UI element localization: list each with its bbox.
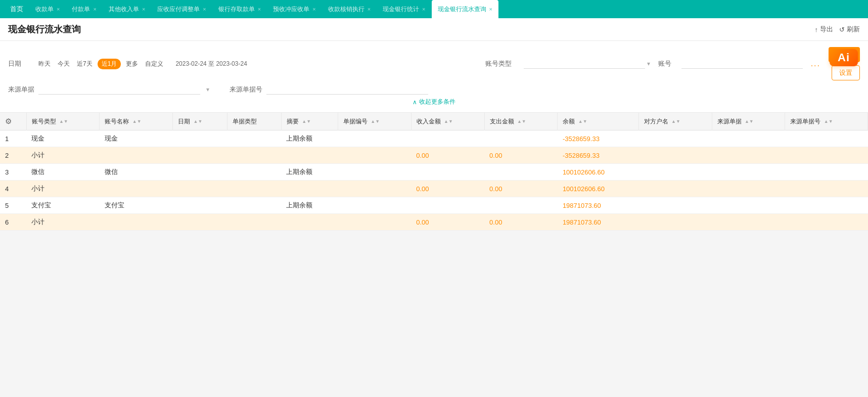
table-cell: 0.00 xyxy=(411,214,484,231)
table-cell: 100102606.60 xyxy=(558,164,638,181)
table-cell xyxy=(712,147,785,164)
sort-arrows-icon: ▲▼ xyxy=(745,119,754,124)
close-icon[interactable]: × xyxy=(203,6,206,12)
table-row[interactable]: 4小计0.000.00100102606.60 xyxy=(0,181,868,197)
tab-yinhangcunqu[interactable]: 银行存取款单 × xyxy=(212,0,267,18)
table-cell: 100102606.60 xyxy=(558,181,638,197)
tab-fukuan[interactable]: 付款单 × xyxy=(66,0,102,18)
source-doc-no-label: 来源单据号 xyxy=(230,85,262,94)
collapse-bar[interactable]: ∧ 收起更多条件 xyxy=(8,98,860,106)
source-doc-input[interactable] xyxy=(38,84,200,95)
page-title: 现金银行流水查询 xyxy=(8,23,81,35)
export-button[interactable]: ↑ 导出 xyxy=(815,25,834,34)
close-icon[interactable]: × xyxy=(258,6,261,12)
table-cell: 19871073.60 xyxy=(558,197,638,214)
data-table: ⚙ 账号类型 ▲▼ 账号名称 ▲▼ 日期 ▲▼ 单据类型 摘 xyxy=(0,113,868,231)
col-doc-type[interactable]: 单据类型 xyxy=(227,113,281,130)
col-expense[interactable]: 支出金额 ▲▼ xyxy=(484,113,558,130)
tab-yushou[interactable]: 预收冲应收单 × xyxy=(267,0,322,18)
close-icon[interactable]: × xyxy=(489,6,492,12)
table-cell xyxy=(227,130,281,147)
dropdown-arrow-icon[interactable]: ▾ xyxy=(647,60,650,67)
sort-arrows-icon: ▲▼ xyxy=(444,119,453,124)
close-icon[interactable]: × xyxy=(422,6,425,12)
table-cell xyxy=(785,181,868,197)
settings-button[interactable]: 设置 xyxy=(832,65,860,80)
col-source-doc[interactable]: 来源单据 ▲▼ xyxy=(712,113,785,130)
table-cell: 3 xyxy=(0,164,26,181)
tab-liushui[interactable]: 现金银行流水查询 × xyxy=(432,0,498,18)
col-account-name[interactable]: 账号名称 ▲▼ xyxy=(100,113,173,130)
account-type-label: 账号类型 xyxy=(485,59,516,68)
tab-shoukuan[interactable]: 收款单 × xyxy=(29,0,66,18)
home-tab[interactable]: 首页 xyxy=(4,0,29,18)
table-cell xyxy=(411,164,484,181)
table-row[interactable]: 1现金现金上期余额-3528659.33 xyxy=(0,130,868,147)
table-cell xyxy=(411,130,484,147)
source-doc-group: 来源单据 ▾ xyxy=(8,84,209,95)
table-cell xyxy=(785,164,868,181)
table-cell xyxy=(338,164,411,181)
account-type-select[interactable]: ▾ xyxy=(524,59,650,69)
col-income[interactable]: 收入金额 ▲▼ xyxy=(411,113,484,130)
col-account-type[interactable]: 账号类型 ▲▼ xyxy=(26,113,100,130)
table-row[interactable]: 6小计0.000.0019871073.60 xyxy=(0,214,868,231)
col-counterparty[interactable]: 对方户名 ▲▼ xyxy=(638,113,712,130)
filter-row-source: 来源单据 ▾ 来源单据号 xyxy=(8,84,860,95)
refresh-button[interactable]: ↺ 刷新 xyxy=(839,25,860,34)
table-cell xyxy=(411,197,484,214)
header-actions: ↑ 导出 ↺ 刷新 xyxy=(815,25,860,34)
col-date[interactable]: 日期 ▲▼ xyxy=(173,113,227,130)
date-opt-custom[interactable]: 自定义 xyxy=(143,59,165,69)
close-icon[interactable]: × xyxy=(368,6,371,12)
collapse-arrow-icon: ∧ xyxy=(413,99,417,106)
filter-area: 日期 昨天 今天 近7天 近1月 更多 自定义 2023-02-24 至 202… xyxy=(0,41,868,113)
close-icon[interactable]: × xyxy=(93,6,96,12)
tab-xianjintongji[interactable]: 现金银行统计 × xyxy=(377,0,431,18)
page-header: 现金银行流水查询 ↑ 导出 ↺ 刷新 xyxy=(0,18,868,41)
table-cell: 微信 xyxy=(26,164,100,181)
date-opt-1month[interactable]: 近1月 xyxy=(98,59,121,69)
table-cell xyxy=(785,214,868,231)
table-cell: 小计 xyxy=(26,214,100,231)
table-cell xyxy=(712,164,785,181)
account-input[interactable] xyxy=(681,59,803,69)
col-summary[interactable]: 摘要 ▲▼ xyxy=(281,113,338,130)
source-doc-no-input[interactable] xyxy=(266,84,428,95)
gear-icon[interactable]: ⚙ xyxy=(5,117,12,125)
date-opt-yesterday[interactable]: 昨天 xyxy=(36,59,53,69)
table-cell: 4 xyxy=(0,181,26,197)
table-row[interactable]: 3微信微信上期余额100102606.60 xyxy=(0,164,868,181)
tab-yingshouyingfu[interactable]: 应收应付调整单 × xyxy=(151,0,212,18)
table-cell xyxy=(484,164,558,181)
date-opt-7days[interactable]: 近7天 xyxy=(75,59,95,69)
tab-shoukuanxiaoxiao[interactable]: 收款核销执行 × xyxy=(322,0,377,18)
close-icon[interactable]: × xyxy=(312,6,315,12)
table-cell xyxy=(712,181,785,197)
col-source-doc-no[interactable]: 来源单据号 ▲▼ xyxy=(785,113,868,130)
table-row[interactable]: 2小计0.000.00-3528659.33 xyxy=(0,147,868,164)
col-doc-no[interactable]: 单据编号 ▲▼ xyxy=(338,113,411,130)
table-cell: 小计 xyxy=(26,181,100,197)
table-cell xyxy=(173,181,227,197)
table-cell xyxy=(638,197,712,214)
table-cell xyxy=(712,130,785,147)
col-gear[interactable]: ⚙ xyxy=(0,113,26,130)
close-icon[interactable]: × xyxy=(142,6,145,12)
date-opt-more[interactable]: 更多 xyxy=(124,59,140,69)
table-cell xyxy=(227,197,281,214)
close-icon[interactable]: × xyxy=(57,6,60,12)
sort-arrows-icon: ▲▼ xyxy=(578,119,587,124)
sort-arrows-icon: ▲▼ xyxy=(371,119,380,124)
date-opt-today[interactable]: 今天 xyxy=(56,59,72,69)
col-balance[interactable]: 余额 ▲▼ xyxy=(558,113,638,130)
account-more-button[interactable]: ... xyxy=(811,59,820,68)
tab-qitashouru[interactable]: 其他收入单 × xyxy=(103,0,151,18)
table-row[interactable]: 5支付宝支付宝上期余额19871073.60 xyxy=(0,197,868,214)
account-type-input[interactable] xyxy=(524,59,645,69)
export-icon: ↑ xyxy=(815,26,818,33)
refresh-icon: ↺ xyxy=(839,26,845,33)
ai-badge[interactable]: Ai xyxy=(830,49,858,66)
source-doc-dropdown-icon[interactable]: ▾ xyxy=(206,86,209,93)
table-cell xyxy=(173,197,227,214)
